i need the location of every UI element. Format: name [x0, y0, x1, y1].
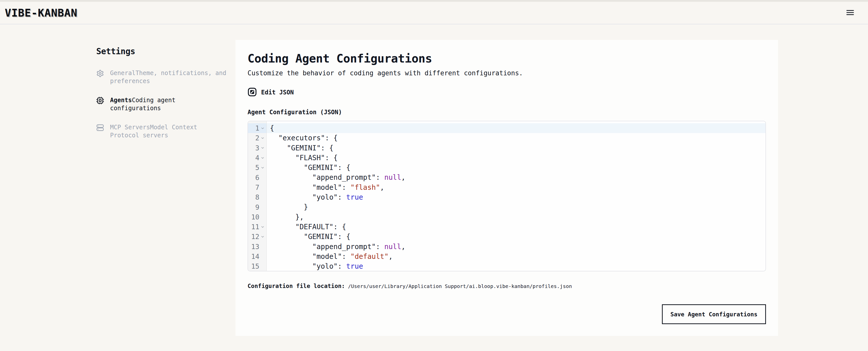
settings-sidebar: Settings GeneralTheme, notifications, an…: [96, 24, 236, 150]
save-agent-configurations-button[interactable]: Save Agent Configurations: [662, 304, 766, 324]
json-code-editor[interactable]: 123456789101112131415 { "executors": { "…: [248, 121, 766, 271]
line-number: 1: [255, 124, 259, 132]
code-line-7[interactable]: "model": "flash",: [267, 182, 766, 192]
sidebar-title: Settings: [96, 46, 236, 56]
square-pen-icon: [248, 87, 257, 97]
code-line-8[interactable]: "yolo": true: [267, 192, 766, 202]
gutter-line-15: 15: [248, 261, 267, 271]
menu-button[interactable]: [845, 8, 856, 18]
fold-chevron-down-icon[interactable]: [259, 222, 266, 232]
line-number: 15: [251, 262, 259, 270]
line-number: 10: [251, 213, 259, 221]
gear-icon: [96, 70, 104, 77]
code-line-2[interactable]: "executors": {: [267, 133, 766, 143]
window-top-edge: [0, 0, 868, 2]
cpu-icon: [96, 97, 104, 104]
code-line-10[interactable]: },: [267, 212, 766, 222]
gutter-line-14: 14: [248, 252, 267, 261]
line-number: 4: [255, 154, 259, 162]
config-file-location: Configuration file location: /Users/user…: [248, 283, 766, 289]
code-line-9[interactable]: }: [267, 202, 766, 212]
card-actions: Save Agent Configurations: [248, 304, 766, 324]
sidebar-nav: GeneralTheme, notifications, and prefere…: [96, 69, 236, 139]
line-number: 6: [255, 174, 259, 181]
code-line-12[interactable]: "GEMINI": {: [267, 232, 766, 242]
code-line-11[interactable]: "DEFAULT": {: [267, 222, 766, 232]
code-line-6[interactable]: "append_prompt": null,: [267, 173, 766, 182]
gutter-line-7: 7: [248, 182, 267, 192]
gutter-line-3: 3: [248, 143, 267, 153]
gutter-line-6: 6: [248, 173, 267, 182]
line-number: 9: [255, 203, 259, 211]
sidebar-item-agents[interactable]: AgentsCoding agent configurations: [96, 96, 236, 112]
line-number: 13: [251, 243, 259, 251]
editor-gutter: 123456789101112131415: [248, 121, 267, 271]
file-location-label: Configuration file location:: [248, 283, 345, 289]
code-line-3[interactable]: "GEMINI": {: [267, 143, 766, 153]
code-line-1[interactable]: {: [267, 123, 766, 133]
line-number: 12: [251, 233, 259, 241]
editor-label: Agent Configuration (JSON): [248, 109, 766, 116]
line-number: 7: [255, 183, 259, 191]
gutter-line-2: 2: [248, 133, 267, 143]
page-subtitle: Customize the behavior of coding agents …: [248, 69, 766, 77]
fold-chevron-down-icon[interactable]: [259, 123, 266, 133]
line-number: 8: [255, 193, 259, 201]
line-number: 14: [251, 253, 259, 260]
sidebar-item-general[interactable]: GeneralTheme, notifications, and prefere…: [96, 69, 236, 85]
gutter-line-1: 1: [248, 123, 267, 133]
edit-json-label: Edit JSON: [261, 89, 294, 96]
edit-json-toggle[interactable]: Edit JSON: [248, 87, 294, 97]
line-number: 3: [255, 144, 259, 152]
code-line-15[interactable]: "yolo": true: [267, 261, 766, 271]
line-number: 2: [255, 134, 259, 142]
gutter-line-13: 13: [248, 242, 267, 252]
sidebar-item-mcp-servers[interactable]: MCP ServersModel Context Protocol server…: [96, 123, 236, 139]
code-line-4[interactable]: "FLASH": {: [267, 153, 766, 163]
code-line-13[interactable]: "append_prompt": null,: [267, 242, 766, 252]
line-number: 11: [251, 223, 259, 231]
code-line-14[interactable]: "model": "default",: [267, 252, 766, 261]
menu-icon: [846, 9, 854, 16]
editor-code-area[interactable]: { "executors": { "GEMINI": { "FLASH": { …: [267, 121, 766, 271]
gutter-line-4: 4: [248, 153, 267, 163]
top-navbar: VIBE-KANBAN: [0, 2, 868, 24]
gutter-line-10: 10: [248, 212, 267, 222]
fold-chevron-down-icon[interactable]: [259, 133, 266, 143]
sidebar-item-label: General: [110, 70, 135, 77]
file-location-path: /Users/user/Library/Application Support/…: [348, 283, 572, 289]
page-title: Coding Agent Configurations: [248, 52, 766, 65]
fold-chevron-down-icon[interactable]: [259, 153, 266, 163]
line-number: 5: [255, 164, 259, 172]
fold-chevron-down-icon[interactable]: [259, 143, 266, 153]
fold-chevron-down-icon[interactable]: [259, 163, 266, 173]
gutter-line-12: 12: [248, 232, 267, 242]
sidebar-item-label: MCP Servers: [110, 124, 150, 131]
gutter-line-8: 8: [248, 192, 267, 202]
agent-configurations-card: Coding Agent Configurations Customize th…: [236, 40, 778, 336]
code-line-5[interactable]: "GEMINI": {: [267, 163, 766, 173]
server-icon: [96, 124, 104, 132]
gutter-line-5: 5: [248, 163, 267, 173]
gutter-line-11: 11: [248, 222, 267, 232]
app-logo[interactable]: VIBE-KANBAN: [5, 7, 78, 19]
settings-page: Settings GeneralTheme, notifications, an…: [0, 24, 868, 336]
gutter-line-9: 9: [248, 202, 267, 212]
fold-chevron-down-icon[interactable]: [259, 232, 266, 242]
sidebar-item-label: Agents: [110, 97, 132, 104]
